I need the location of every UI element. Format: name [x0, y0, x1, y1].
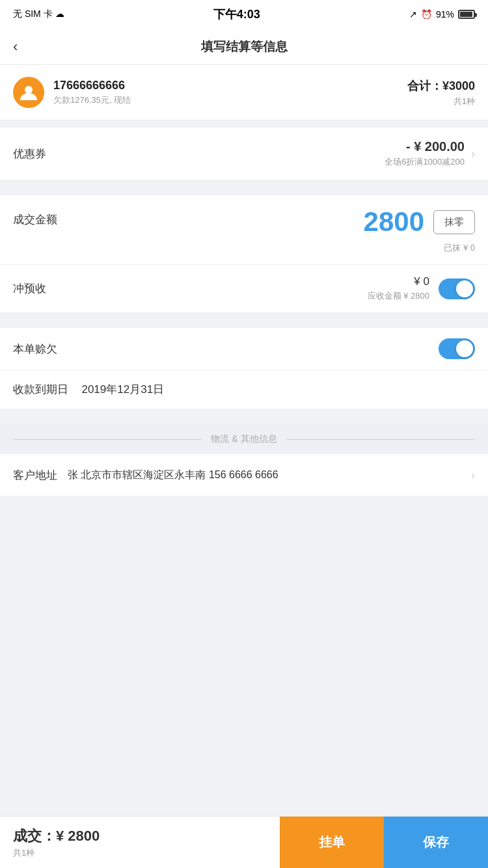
debt-row: 本单赊欠: [0, 328, 488, 370]
svg-point-0: [25, 86, 33, 94]
alarm-icon: ⏰: [421, 9, 432, 20]
coupon-label: 优惠券: [13, 146, 46, 161]
address-value: 张 北京市市辖区海淀区永丰南 156 6666 6666: [68, 467, 461, 483]
prepay-value: ¥ 0 应收金额 ¥ 2800: [368, 275, 429, 302]
footer: 成交：¥ 2800 共1种 挂单 保存: [0, 816, 488, 868]
prepay-right: ¥ 0 应收金额 ¥ 2800: [368, 275, 475, 302]
user-info: 17666666666 欠款1276.35元, 现结: [53, 79, 131, 106]
address-row[interactable]: 客户地址 张 北京市市辖区海淀区永丰南 156 6666 6666 ›: [0, 454, 488, 496]
user-total: 合计：¥3000 共1种: [407, 78, 475, 107]
logistics-divider: 物流 & 其他信息: [0, 424, 488, 454]
back-button[interactable]: ‹: [13, 38, 18, 55]
due-date-value: 2019年12月31日: [81, 383, 164, 396]
nav-bar: ‹ 填写结算等信息: [0, 29, 488, 65]
coupon-info: - ¥ 200.00 全场6折满1000减200: [385, 139, 465, 168]
round-down-button[interactable]: 抹零: [433, 210, 475, 234]
prepay-row: 冲预收 ¥ 0 应收金额 ¥ 2800: [0, 265, 488, 312]
user-left: 17666666666 欠款1276.35元, 现结: [13, 77, 131, 108]
separator-2: [0, 320, 488, 328]
coupon-chevron-icon: ›: [471, 147, 475, 161]
debt-section: 本单赊欠 收款到期日 2019年12月31日: [0, 328, 488, 409]
deal-amount-right: 2800 抹零: [364, 208, 475, 236]
deal-amount-label: 成交金额: [13, 208, 57, 227]
bottom-space: [0, 504, 488, 582]
direction-icon: ↗: [409, 9, 417, 20]
due-date-label: 收款到期日: [13, 383, 68, 396]
status-bar: 无 SIM 卡 ☁ 下午4:03 ↗ ⏰ 91%: [0, 0, 488, 29]
deal-amount-row: 成交金额 2800 抹零: [0, 195, 488, 242]
total-amount: 合计：¥3000: [407, 78, 475, 94]
deal-amount-value: 2800: [364, 208, 424, 236]
page-title: 填写结算等信息: [201, 38, 288, 55]
deal-sub-info: 已抹 ¥ 0: [0, 242, 488, 264]
user-phone: 17666666666: [53, 79, 131, 92]
status-right: ↗ ⏰ 91%: [409, 9, 475, 20]
address-label: 客户地址: [13, 468, 57, 483]
debt-label: 本单赊欠: [13, 342, 57, 357]
save-button[interactable]: 保存: [384, 817, 488, 869]
logistics-divider-text: 物流 & 其他信息: [211, 433, 277, 445]
status-time: 下午4:03: [213, 7, 260, 22]
coupon-desc: 全场6折满1000减200: [385, 156, 465, 168]
footer-count: 共1种: [13, 847, 267, 859]
separator-1: [0, 187, 488, 195]
due-date-row: 收款到期日 2019年12月31日: [0, 370, 488, 409]
footer-deal-amount: ¥ 2800: [56, 828, 100, 844]
separator-3: [0, 416, 488, 424]
footer-summary: 成交：¥ 2800 共1种: [0, 826, 280, 859]
coupon-row[interactable]: 优惠券 - ¥ 200.00 全场6折满1000减200 ›: [0, 128, 488, 180]
prepay-label: 冲预收: [13, 281, 46, 296]
status-left: 无 SIM 卡 ☁: [13, 8, 64, 20]
prepay-sub: 应收金额 ¥ 2800: [368, 290, 429, 302]
divider-line-right: [286, 439, 475, 440]
sim-label: 无 SIM 卡 ☁: [13, 8, 64, 20]
pending-button[interactable]: 挂单: [280, 817, 384, 869]
address-chevron-icon: ›: [471, 468, 475, 482]
divider-line-left: [13, 439, 202, 440]
footer-deal-row: 成交：¥ 2800: [13, 826, 267, 846]
coupon-amount: - ¥ 200.00: [385, 139, 465, 154]
deal-amount-section: 成交金额 2800 抹零 已抹 ¥ 0 冲预收 ¥ 0 应收金额 ¥ 2800: [0, 195, 488, 312]
avatar: [13, 77, 44, 108]
user-sub-info: 欠款1276.35元, 现结: [53, 94, 131, 106]
battery-percent: 91%: [436, 9, 454, 20]
coupon-right: - ¥ 200.00 全场6折满1000减200 ›: [385, 139, 475, 168]
footer-deal-label: 成交：: [13, 828, 56, 844]
user-info-section: 17666666666 欠款1276.35元, 现结 合计：¥3000 共1种: [0, 65, 488, 120]
total-count: 共1种: [407, 96, 475, 107]
prepay-toggle[interactable]: [439, 278, 475, 299]
debt-toggle[interactable]: [439, 338, 475, 359]
battery-icon: [458, 10, 475, 19]
prepay-amount: ¥ 0: [368, 275, 429, 288]
